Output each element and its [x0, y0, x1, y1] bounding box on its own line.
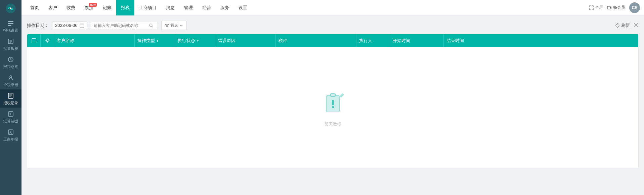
- empty-illustration: [318, 88, 348, 118]
- nav-item-shezhi[interactable]: 设置: [234, 0, 252, 15]
- table: 客户名称 操作类型 执行状态 错误原因 税种: [27, 34, 639, 168]
- th-errorreason: 错误原因: [215, 34, 276, 47]
- th-taxtype: 税种: [276, 34, 356, 47]
- close-icon: [633, 22, 639, 28]
- svg-rect-12: [80, 24, 84, 28]
- nav-item-guanli[interactable]: 管理: [179, 0, 198, 15]
- nav-item-jizhang[interactable]: 记账: [98, 0, 116, 15]
- sidebar-item-label: 工商年报: [3, 137, 18, 142]
- svg-point-14: [46, 40, 48, 42]
- search-input[interactable]: [94, 23, 147, 28]
- logo: [0, 0, 22, 17]
- sidebar-item-baoshuishezhi[interactable]: 报税设置: [0, 17, 22, 35]
- empty-text: 暂无数据: [324, 121, 342, 127]
- date-label: 操作日期：: [27, 23, 49, 29]
- settlement-icon: [7, 110, 14, 118]
- filter-col-icon: [156, 39, 159, 42]
- new-badge: new: [89, 3, 97, 7]
- batch-tax-icon: [7, 38, 14, 45]
- svg-rect-11: [607, 6, 610, 9]
- select-all-checkbox[interactable]: [32, 38, 36, 43]
- annual-report-icon: [7, 128, 14, 136]
- th-endtime: 结束时间: [444, 34, 491, 47]
- record-icon: [7, 92, 14, 100]
- nav-items: 首页 客户 收费 票据 new 记账 报税 工商项目 消息: [26, 0, 589, 15]
- sidebar-item-baoshuijilu[interactable]: 报税记录: [0, 89, 22, 108]
- nav-item-fuwu[interactable]: 服务: [216, 0, 234, 15]
- svg-rect-3: [8, 23, 13, 24]
- svg-point-7: [10, 76, 12, 78]
- sidebar-item-label: 批量报税: [3, 46, 18, 51]
- filter-icon: [165, 24, 169, 28]
- th-gear[interactable]: [41, 34, 54, 47]
- content: 操作日期： 2023-06-06 筛选 刷新: [22, 15, 644, 195]
- sidebar-item-label: 报税设置: [3, 28, 18, 33]
- sidebar-item-label: 汇算清缴: [3, 119, 18, 124]
- sidebar-item-piliangbaoshui[interactable]: 批量报税: [0, 35, 22, 53]
- topnav: 首页 客户 收费 票据 new 记账 报税 工商项目 消息: [22, 0, 644, 15]
- user-avatar[interactable]: CE: [629, 2, 640, 13]
- svg-point-19: [332, 106, 334, 108]
- th-starttime: 开始时间: [390, 34, 444, 47]
- video-icon: [607, 5, 612, 10]
- calendar-icon: [80, 23, 84, 28]
- svg-point-1: [10, 8, 12, 9]
- nav-item-baoshui[interactable]: 报税: [116, 0, 134, 15]
- nav-item-shoufei[interactable]: 收费: [62, 0, 80, 15]
- sidebar-item-gongshangnianbo[interactable]: 工商年报: [0, 126, 22, 144]
- search-wrap[interactable]: [91, 22, 158, 29]
- th-executor: 执行人: [356, 34, 390, 47]
- search-icon: [149, 23, 154, 28]
- nav-item-piao[interactable]: 票据 new: [80, 0, 98, 15]
- th-status[interactable]: 执行状态: [175, 34, 215, 47]
- refresh-icon: [615, 23, 620, 28]
- sidebar-item-label: 报税总览: [3, 64, 18, 69]
- main-area: 首页 客户 收费 票据 new 记账 报税 工商项目 消息: [22, 0, 644, 195]
- settings-icon: [7, 20, 14, 27]
- nav-item-xiaoxi[interactable]: 消息: [161, 0, 179, 15]
- fullscreen-icon: [589, 5, 594, 10]
- sidebar-item-label: 个税申报: [3, 82, 18, 87]
- svg-rect-18: [332, 100, 334, 105]
- page-content: 操作日期： 2023-06-06 筛选 刷新: [22, 15, 644, 195]
- toolbar-right: 刷新: [615, 22, 639, 29]
- svg-rect-4: [8, 25, 11, 26]
- date-picker[interactable]: 2023-06-06: [52, 22, 87, 29]
- nav-item-kehu[interactable]: 客户: [44, 0, 62, 15]
- th-checkbox[interactable]: [27, 34, 41, 47]
- fullscreen-button[interactable]: 全屏: [589, 5, 603, 10]
- nav-item-gongshang[interactable]: 工商项目: [134, 0, 161, 15]
- table-body: 暂无数据: [27, 47, 638, 168]
- sidebar: 报税设置 批量报税 报税总览 个税申报 报税记录 汇算清缴 工商: [0, 0, 22, 195]
- sidebar-item-baoshuizonglan[interactable]: 报税总览: [0, 53, 22, 71]
- sidebar-item-huisuanqingshui[interactable]: 汇算清缴: [0, 108, 22, 126]
- th-optype[interactable]: 操作类型: [135, 34, 175, 47]
- chevron-down-icon: [180, 24, 183, 27]
- th-name: 客户名称: [54, 34, 135, 47]
- date-value: 2023-06-06: [55, 23, 78, 28]
- nav-item-shouye[interactable]: 首页: [26, 0, 44, 15]
- sidebar-item-geshushenbo[interactable]: 个税申报: [0, 71, 22, 89]
- filter-button[interactable]: 筛选: [161, 21, 187, 30]
- filter-col2-icon: [196, 39, 200, 42]
- svg-rect-17: [331, 94, 335, 96]
- toolbar: 操作日期： 2023-06-06 筛选 刷新: [27, 21, 639, 30]
- overview-icon: [7, 56, 14, 63]
- sidebar-item-label: 报税记录: [3, 101, 18, 106]
- refresh-button[interactable]: 刷新: [615, 23, 630, 29]
- personal-tax-icon: [7, 74, 14, 81]
- nav-item-jingying[interactable]: 经营: [198, 0, 216, 15]
- close-button[interactable]: [633, 22, 639, 29]
- gear-icon: [45, 38, 50, 43]
- table-header: 客户名称 操作类型 执行状态 错误原因 税种: [27, 34, 638, 47]
- topnav-right: 全屏 畅会员 CE: [589, 2, 640, 13]
- svg-rect-2: [8, 21, 13, 22]
- member-button[interactable]: 畅会员: [607, 5, 625, 10]
